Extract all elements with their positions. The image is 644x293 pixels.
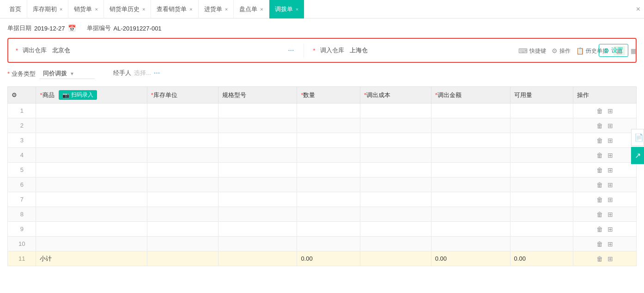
tab-close-sales-order[interactable]: × — [95, 6, 97, 12]
row-qty-1[interactable] — [297, 104, 360, 118]
row-cost-1[interactable] — [360, 104, 431, 118]
row-qty-10[interactable] — [297, 237, 360, 251]
row-cost-2[interactable] — [360, 118, 431, 133]
row-spec-10[interactable] — [218, 237, 297, 251]
delete-icon-5[interactable]: 🗑 — [596, 166, 603, 174]
row-qty-7[interactable] — [297, 192, 360, 207]
row-spec-7[interactable] — [218, 192, 297, 207]
row-amount-4[interactable] — [431, 148, 510, 163]
tab-sales-order[interactable]: 销货单 × — [68, 0, 103, 18]
in-warehouse-value[interactable]: 上海仓 — [350, 46, 368, 55]
tab-close-stocktake[interactable]: × — [260, 6, 263, 12]
row-amount-2[interactable] — [431, 118, 510, 133]
delete-icon-11[interactable]: 🗑 — [596, 255, 603, 262]
copy-icon-5[interactable]: ⊞ — [608, 166, 613, 174]
out-warehouse-value[interactable]: 北京仓 — [52, 46, 70, 55]
copy-icon-6[interactable]: ⊞ — [608, 181, 613, 189]
row-qty-2[interactable] — [297, 118, 360, 133]
row-cost-6[interactable] — [360, 177, 431, 192]
delete-icon-3[interactable]: 🗑 — [596, 137, 603, 144]
window-close-button[interactable]: × — [636, 5, 640, 13]
row-goods-3[interactable] — [36, 133, 147, 148]
row-cost-10[interactable] — [360, 237, 431, 251]
biz-type-select[interactable]: 同价调拨 ▼ — [39, 68, 95, 79]
row-qty-6[interactable] — [297, 177, 360, 192]
tab-purchase[interactable]: 进货单 × — [199, 0, 234, 18]
row-goods-4[interactable] — [36, 148, 147, 163]
col-gear-header[interactable]: ⚙ — [8, 87, 36, 104]
delete-icon-6[interactable]: 🗑 — [596, 181, 603, 189]
copy-icon-2[interactable]: ⊞ — [608, 122, 613, 129]
tab-close-purchase[interactable]: × — [225, 6, 228, 12]
calendar-icon[interactable]: 📅 — [68, 24, 76, 32]
row-unit-5[interactable] — [147, 163, 218, 177]
copy-icon-3[interactable]: ⊞ — [608, 137, 613, 144]
right-float-expand-btn[interactable]: ↗ — [631, 147, 644, 164]
handler-more-btn[interactable]: ··· — [154, 69, 160, 77]
handler-input[interactable]: 选择... — [134, 69, 151, 77]
row-goods-8[interactable] — [36, 207, 147, 222]
row-unit-2[interactable] — [147, 118, 218, 133]
row-qty-4[interactable] — [297, 148, 360, 163]
row-amount-5[interactable] — [431, 163, 510, 177]
copy-icon-10[interactable]: ⊞ — [608, 240, 613, 248]
row-amount-10[interactable] — [431, 237, 510, 251]
row-amount-6[interactable] — [431, 177, 510, 192]
row-goods-7[interactable] — [36, 192, 147, 207]
row-qty-3[interactable] — [297, 133, 360, 148]
settings-button[interactable]: ⚙ 设置 — [599, 44, 628, 57]
delete-icon-10[interactable]: 🗑 — [596, 240, 603, 248]
row-cost-3[interactable] — [360, 133, 431, 148]
row-unit-4[interactable] — [147, 148, 218, 163]
row-spec-6[interactable] — [218, 177, 297, 192]
row-amount-9[interactable] — [431, 222, 510, 237]
date-value[interactable]: 2019-12-27 — [34, 25, 65, 32]
row-unit-10[interactable] — [147, 237, 218, 251]
in-warehouse-more[interactable]: ··· — [585, 46, 591, 55]
copy-icon-1[interactable]: ⊞ — [608, 107, 613, 115]
row-amount-3[interactable] — [431, 133, 510, 148]
out-warehouse-more[interactable]: ··· — [288, 46, 294, 55]
row-unit-8[interactable] — [147, 207, 218, 222]
tab-stocktake[interactable]: 盘点单 × — [234, 0, 269, 18]
row-amount-7[interactable] — [431, 192, 510, 207]
row-qty-9[interactable] — [297, 222, 360, 237]
copy-icon-7[interactable]: ⊞ — [608, 196, 613, 203]
row-unit-9[interactable] — [147, 222, 218, 237]
row-goods-1[interactable] — [36, 104, 147, 118]
tab-close-inventory-init[interactable]: × — [60, 6, 62, 12]
row-goods-2[interactable] — [36, 118, 147, 133]
row-unit-7[interactable] — [147, 192, 218, 207]
right-float-doc-btn[interactable]: 📄 — [631, 129, 644, 146]
row-unit-3[interactable] — [147, 133, 218, 148]
row-goods-5[interactable] — [36, 163, 147, 177]
row-goods-9[interactable] — [36, 222, 147, 237]
scan-button[interactable]: 📷 扫码录入 — [59, 90, 97, 100]
row-goods-11[interactable]: 小计 — [36, 251, 147, 266]
delete-icon-4[interactable]: 🗑 — [596, 152, 603, 159]
row-spec-3[interactable] — [218, 133, 297, 148]
row-spec-4[interactable] — [218, 148, 297, 163]
copy-icon-8[interactable]: ⊞ — [608, 211, 613, 218]
row-spec-11[interactable] — [218, 251, 297, 266]
row-unit-11[interactable] — [147, 251, 218, 266]
row-spec-5[interactable] — [218, 163, 297, 177]
row-amount-1[interactable] — [431, 104, 510, 118]
tab-close-view-sales[interactable]: × — [189, 6, 192, 12]
row-amount-8[interactable] — [431, 207, 510, 222]
tab-sales-history[interactable]: 销货单历史 × — [104, 0, 151, 18]
row-cost-9[interactable] — [360, 222, 431, 237]
row-spec-2[interactable] — [218, 118, 297, 133]
row-qty-5[interactable] — [297, 163, 360, 177]
row-unit-1[interactable] — [147, 104, 218, 118]
tab-view-sales[interactable]: 查看销货单 × — [151, 0, 198, 18]
copy-icon-9[interactable]: ⊞ — [608, 226, 613, 233]
tab-inventory-init[interactable]: 库存期初 × — [27, 0, 68, 18]
row-cost-8[interactable] — [360, 207, 431, 222]
tab-home[interactable]: 首页 — [4, 0, 27, 18]
copy-icon-4[interactable]: ⊞ — [608, 152, 613, 159]
row-cost-4[interactable] — [360, 148, 431, 163]
delete-icon-8[interactable]: 🗑 — [596, 211, 603, 218]
delete-icon-9[interactable]: 🗑 — [596, 226, 603, 233]
row-goods-6[interactable] — [36, 177, 147, 192]
